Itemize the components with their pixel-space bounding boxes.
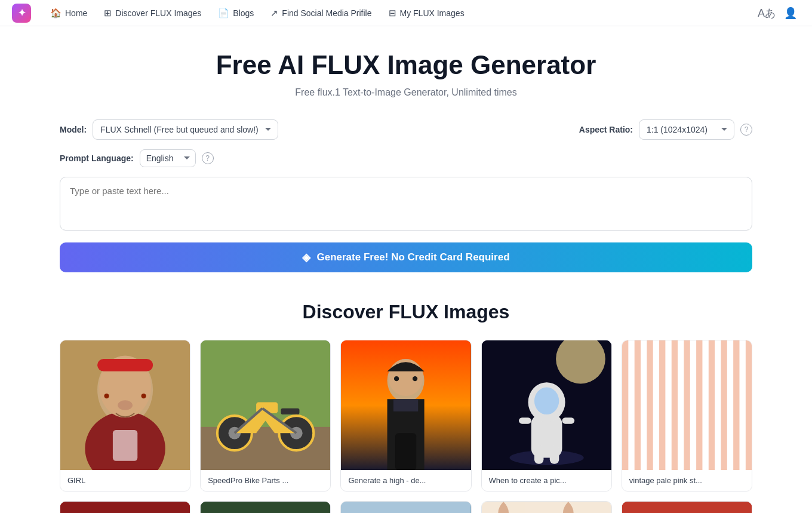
image-thumb-hat [622,502,752,513]
image-card-astronaut[interactable]: When to create a pic... [481,340,612,492]
language-select-wrapper: English中文日本語한국어EspañolFrançaisDeutsch [140,149,196,167]
svg-rect-41 [647,340,653,470]
svg-rect-37 [549,446,559,464]
document-icon: 📄 [218,8,229,19]
image-grid: GIRL SpeedPro Bike Parts ... [60,340,752,513]
image-card-hat[interactable] [622,501,752,513]
nav-item-blogs-label: Blogs [233,8,254,18]
nav-items: 🏠 Home ⊞ Discover FLUX Images 📄 Blogs ↗ … [43,4,752,22]
svg-point-7 [118,400,133,410]
nav-right: Aあ 👤 [757,4,800,23]
image-thumb-stripes [622,340,752,470]
user-icon[interactable]: 👤 [781,4,800,23]
model-label: Model: [60,125,87,134]
home-icon: 🏠 [50,8,61,19]
aspect-group: Aspect Ratio: 1:1 (1024x1024)16:9 (1024x… [579,119,752,140]
image-card-fence[interactable] [200,501,331,513]
nav-item-home-label: Home [65,8,87,18]
controls-row-2: Prompt Language: English中文日本語한국어EspañolF… [60,149,752,167]
prompt-textarea[interactable] [60,177,752,231]
svg-rect-47 [721,340,727,470]
image-card-bike[interactable]: SpeedPro Bike Parts ... [200,340,331,492]
aspect-help-icon[interactable]: ? [740,124,752,136]
image-caption-stripes: vintage pale pink st... [622,470,752,491]
image-card-stripes[interactable]: vintage pale pink st... [622,340,752,492]
image-card-woman[interactable]: Generate a high - de... [340,340,471,492]
generate-label: Generate Free! No Credit Card Required [316,251,509,263]
controls-row-1: Model: FLUX Schnell (Free but queued and… [60,119,752,140]
model-select[interactable]: FLUX Schnell (Free but queued and slow!)… [93,119,278,140]
hero-title: Free AI FLUX Image Generator [60,50,752,80]
image-thumb-girl [60,340,190,470]
image-card-hindi[interactable]: वर ठिलजवस फिलाव्हस... [60,501,190,513]
svg-rect-48 [733,340,739,470]
nav-item-find-social-label: Find Social Media Prifile [282,8,371,18]
grid-icon: ⊞ [104,8,112,19]
discover-title: Discover FLUX Images [60,301,752,323]
svg-point-26 [413,376,417,381]
external-link-icon: ↗ [270,8,278,19]
svg-rect-23 [393,399,418,411]
image-thumb-bike [201,340,330,470]
image-caption-woman: Generate a high - de... [341,470,470,491]
svg-point-25 [394,376,399,381]
image-caption-astronaut: When to create a pic... [482,470,611,491]
diamond-icon: ◈ [302,251,310,264]
svg-rect-44 [684,340,690,470]
translate-icon[interactable]: Aあ [757,4,776,23]
model-group: Model: FLUX Schnell (Free but queued and… [60,119,278,140]
nav-item-find-social[interactable]: ↗ Find Social Media Prifile [263,4,379,22]
svg-rect-17 [281,408,300,414]
svg-rect-56 [201,502,330,513]
svg-rect-46 [709,340,715,470]
hero-subtitle: Free flux.1 Text-to-Image Generator, Unl… [60,87,752,98]
svg-point-33 [534,388,559,415]
image-thumb-pattern [482,502,611,513]
svg-rect-36 [534,446,544,464]
language-select[interactable]: English中文日本語한국어EspañolFrançaisDeutsch [140,149,196,167]
svg-rect-55 [60,502,190,513]
navbar: ✦ 🏠 Home ⊞ Discover FLUX Images 📄 Blogs … [0,0,812,26]
nav-item-blogs[interactable]: 📄 Blogs [211,4,261,22]
generate-button[interactable]: ◈ Generate Free! No Credit Card Required [60,242,752,272]
image-grid-icon: ⊟ [389,8,396,19]
svg-rect-27 [395,433,416,470]
svg-rect-80 [341,502,470,513]
svg-rect-8 [113,430,137,461]
svg-point-5 [104,394,109,398]
logo[interactable]: ✦ [12,4,31,23]
image-caption-girl: GIRL [60,470,190,491]
svg-rect-42 [659,340,665,470]
image-thumb-hindi: वर ठिलजवस फिलाव्हस... [60,502,190,513]
svg-rect-40 [634,340,640,470]
image-card-girl[interactable]: GIRL [60,340,190,492]
main-content: Free AI FLUX Image Generator Free flux.1… [24,26,788,513]
nav-item-my-flux-label: My FLUX Images [400,8,465,18]
svg-rect-45 [696,340,702,470]
svg-rect-49 [746,340,752,470]
svg-rect-43 [672,340,678,470]
nav-item-home[interactable]: 🏠 Home [43,4,94,22]
image-card-pattern[interactable] [481,501,612,513]
nav-item-my-flux[interactable]: ⊟ My FLUX Images [382,4,472,22]
image-card-person2[interactable] [340,501,471,513]
nav-item-discover[interactable]: ⊞ Discover FLUX Images [97,4,208,22]
image-thumb-person2 [341,502,470,513]
image-caption-bike: SpeedPro Bike Parts ... [201,470,330,491]
image-thumb-astronaut [482,340,611,470]
svg-point-6 [141,394,146,398]
aspect-select[interactable]: 1:1 (1024x1024)16:9 (1024x576)9:16 (576x… [639,119,734,140]
language-help-icon[interactable]: ? [202,152,214,164]
nav-item-discover-label: Discover FLUX Images [115,8,201,18]
image-thumb-woman [341,340,470,470]
aspect-label: Aspect Ratio: [579,125,633,134]
svg-rect-35 [562,417,574,423]
svg-rect-34 [519,417,531,423]
prompt-language-label: Prompt Language: [60,153,134,163]
image-thumb-fence [201,502,330,513]
svg-rect-4 [97,359,153,371]
svg-rect-94 [622,502,752,513]
svg-rect-39 [622,340,628,470]
